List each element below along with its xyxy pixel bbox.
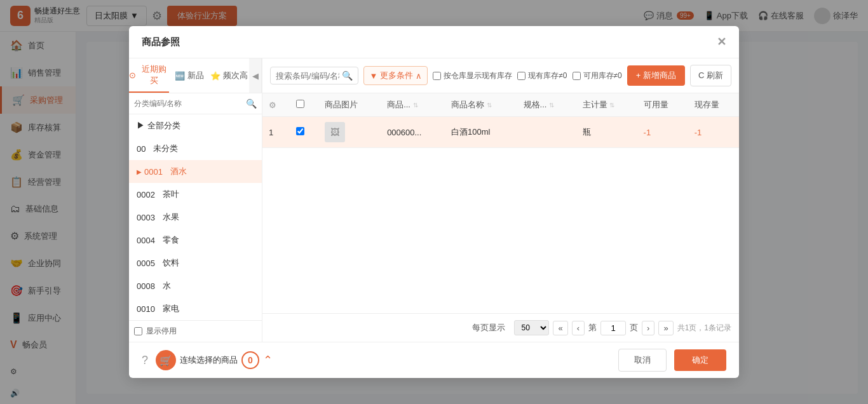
td-image: 🖼: [318, 117, 381, 148]
cat-code-0002: 0002: [137, 190, 155, 199]
td-index: 1: [262, 117, 290, 148]
tab-new-product[interactable]: 🆕 新品: [169, 58, 209, 93]
cat-name-0008: 水: [163, 280, 171, 292]
cat-item-0003[interactable]: 0003 水果: [129, 206, 262, 229]
cat-name-0002: 茶叶: [163, 189, 179, 200]
table-header-row: ⚙ 商品图片 商品... ⇅: [262, 93, 739, 117]
cat-code-0003: 0003: [137, 213, 155, 222]
category-footer: 显示停用: [129, 320, 262, 342]
last-page-btn[interactable]: »: [658, 321, 673, 335]
product-search-box: 🔍: [270, 67, 358, 84]
current-stock-filter: 现有库存≠0: [517, 71, 567, 81]
current-stock-checkbox[interactable]: [517, 72, 526, 80]
per-page-label: 每页显示: [472, 322, 505, 333]
product-search-icon[interactable]: 🔍: [342, 71, 353, 81]
image-placeholder-icon: 🖼: [330, 127, 339, 137]
select-all-checkbox[interactable]: [296, 100, 304, 108]
collapse-category-btn[interactable]: ◀: [249, 58, 262, 93]
prev-page-btn[interactable]: ‹: [572, 321, 585, 335]
product-search-input[interactable]: [276, 71, 339, 81]
help-icon[interactable]: ?: [142, 354, 148, 367]
cat-item-0005[interactable]: 0005 饮料: [129, 252, 262, 274]
cat-all-label: ▶ 全部分类: [137, 120, 180, 131]
cart-label: 连续选择的商品: [180, 354, 238, 366]
th-code[interactable]: 商品... ⇅: [381, 93, 445, 117]
cat-code-0005: 0005: [137, 259, 155, 268]
tab-frequent[interactable]: ⭐ 频次高: [209, 58, 249, 93]
table-settings-icon[interactable]: ⚙: [269, 100, 276, 110]
by-warehouse-checkbox[interactable]: [433, 72, 441, 80]
show-disabled-checkbox[interactable]: [134, 327, 142, 335]
collapse-cart-icon[interactable]: ⌃: [263, 353, 273, 367]
th-name[interactable]: 商品名称 ⇅: [445, 93, 517, 117]
modal-product-reference: 商品参照 ✕ ⊙ 近期购买 🆕 新品 ⭐: [129, 26, 739, 378]
available-stock-label: 可用库存≠0: [583, 71, 622, 81]
modal-close-button[interactable]: ✕: [717, 35, 726, 49]
cat-item-0010[interactable]: 0010 家电: [129, 297, 262, 320]
th-available: 可用量: [637, 93, 688, 117]
cart-icon: 🛒: [159, 354, 172, 367]
show-disabled-label: 显示停用: [146, 326, 177, 337]
current-stock-label: 现有库存≠0: [528, 71, 567, 81]
modal-body: ⊙ 近期购买 🆕 新品 ⭐ 频次高 ◀ 🔍: [129, 58, 739, 342]
warehouse-filter: 按仓库显示现有库存: [433, 71, 512, 81]
first-page-btn[interactable]: «: [553, 321, 567, 335]
table-row[interactable]: 1 🖼 000600... 白酒100ml: [262, 117, 739, 148]
cat-item-0001[interactable]: ▶ 0001 酒水: [129, 160, 262, 183]
available-stock-checkbox[interactable]: [573, 72, 581, 80]
modal-overlay: 商品参照 ✕ ⊙ 近期购买 🆕 新品 ⭐: [0, 0, 868, 404]
th-image: 商品图片: [318, 93, 381, 117]
cart-count: 0: [241, 351, 259, 369]
th-settings: ⚙: [262, 93, 290, 117]
row-checkbox[interactable]: [296, 127, 304, 135]
cat-item-00[interactable]: 00 未分类: [129, 137, 262, 160]
cat-item-all[interactable]: ▶ 全部分类: [129, 114, 262, 137]
th-checkbox: [290, 93, 318, 117]
pagination-area: 每页显示 50 10 20 100 « ‹ 第 页 › » 共1页，1条记录: [262, 313, 739, 342]
cat-code-0001: 0001: [144, 167, 163, 177]
category-tabs: ⊙ 近期购买 🆕 新品 ⭐ 频次高 ◀: [129, 58, 262, 93]
cat-item-0008[interactable]: 0008 水: [129, 274, 262, 297]
th-spec[interactable]: 规格... ⇅: [517, 93, 576, 117]
tab-recent-purchase[interactable]: ⊙ 近期购买: [129, 58, 169, 93]
freq-icon: ⭐: [210, 71, 220, 81]
new-icon: 🆕: [175, 71, 185, 81]
cat-item-0002[interactable]: 0002 茶叶: [129, 183, 262, 206]
page-total-info: 共1页，1条记录: [677, 323, 731, 333]
unit-sort-icon: ⇅: [609, 102, 614, 109]
product-panel: 🔍 ▼ 更多条件 ∧ 按仓库显示现有库存 现有库存≠0: [262, 58, 739, 342]
td-available: -1: [637, 117, 688, 148]
cat-code-0004: 0004: [137, 236, 155, 245]
cat-name-0003: 水果: [163, 212, 179, 223]
filter-more-btn[interactable]: ▼ 更多条件 ∧: [363, 66, 428, 85]
th-stock: 现存量: [688, 93, 739, 117]
cat-name-0001: 酒水: [170, 166, 187, 177]
category-search-input[interactable]: [134, 99, 243, 108]
cart-circle-icon: 🛒: [156, 350, 176, 370]
refresh-button[interactable]: C 刷新: [690, 65, 731, 86]
cat-name-0010: 家电: [163, 303, 179, 314]
cancel-button[interactable]: 取消: [618, 349, 667, 372]
confirm-button[interactable]: 确定: [674, 349, 726, 371]
add-product-button[interactable]: + 新增商品: [627, 65, 685, 86]
modal-title: 商品参照: [142, 36, 180, 48]
category-panel: ⊙ 近期购买 🆕 新品 ⭐ 频次高 ◀ 🔍: [129, 58, 262, 342]
cat-triangle-icon: ▶: [137, 168, 142, 175]
td-stock: -1: [688, 117, 739, 148]
product-toolbar: 🔍 ▼ 更多条件 ∧ 按仓库显示现有库存 现有库存≠0: [262, 58, 739, 93]
code-sort-icon: ⇅: [413, 102, 418, 109]
category-search-area: 🔍: [129, 93, 262, 114]
td-unit: 瓶: [576, 117, 637, 148]
page-number-input[interactable]: [600, 321, 626, 335]
category-search-icon[interactable]: 🔍: [246, 98, 257, 109]
next-page-btn[interactable]: ›: [642, 321, 654, 335]
cat-name-0005: 饮料: [163, 257, 179, 269]
cat-item-0004[interactable]: 0004 零食: [129, 229, 262, 252]
page-prefix: 第: [588, 322, 597, 333]
chevron-up-icon: ∧: [416, 71, 422, 81]
per-page-select[interactable]: 50 10 20 100: [514, 320, 549, 335]
product-table-area: ⚙ 商品图片 商品... ⇅: [262, 93, 739, 313]
th-unit[interactable]: 主计量 ⇅: [576, 93, 637, 117]
cart-area: 🛒 连续选择的商品 0 ⌃: [156, 350, 273, 370]
spec-sort-icon: ⇅: [549, 102, 554, 109]
